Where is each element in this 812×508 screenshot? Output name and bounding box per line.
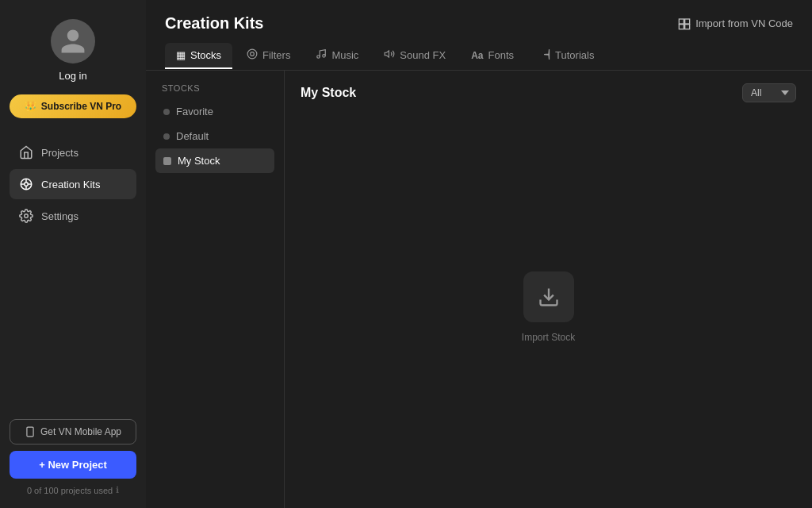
subscribe-label: Subscribe VN Pro <box>41 101 121 112</box>
import-from-code-button[interactable]: Import from VN Code <box>678 17 793 30</box>
crown-icon: 👑 <box>25 101 36 112</box>
tab-music-label: Music <box>331 49 358 61</box>
mobile-app-label: Get VN Mobile App <box>40 426 121 437</box>
projects-used: 0 of 100 projects used ℹ <box>27 485 119 495</box>
import-area: Import Stock <box>301 118 796 495</box>
sidebar-item-projects-label: Projects <box>41 147 79 159</box>
avatar <box>51 19 95 64</box>
import-from-code-label: Import from VN Code <box>695 17 793 29</box>
tab-filters-label: Filters <box>262 49 290 61</box>
music-icon <box>316 48 327 62</box>
svg-rect-11 <box>680 24 684 29</box>
tutorials-icon <box>539 48 550 62</box>
svg-rect-10 <box>685 19 690 24</box>
info-icon: ℹ <box>116 485 119 495</box>
sidebar-item-creation-kits-label: Creation Kits <box>41 179 100 190</box>
svg-point-15 <box>317 56 320 59</box>
svg-point-13 <box>247 49 257 59</box>
panel-section-title: Stocks <box>155 83 274 93</box>
panel-item-my-stock-label: My Stock <box>178 155 220 167</box>
svg-point-1 <box>25 183 29 187</box>
sidebar-bottom: Get VN Mobile App + New Project 0 of 100… <box>10 419 136 495</box>
tab-stocks[interactable]: ▦ Stocks <box>165 43 232 69</box>
import-stock-button[interactable] <box>523 271 574 322</box>
projects-used-text: 0 of 100 projects used <box>27 486 113 495</box>
mobile-app-button[interactable]: Get VN Mobile App <box>10 419 136 444</box>
svg-point-6 <box>25 214 29 218</box>
tab-sound-fx-label: Sound FX <box>400 49 446 61</box>
right-panel-title: My Stock <box>301 86 356 100</box>
tabs-bar: ▦ Stocks Filters Music <box>146 33 812 71</box>
tab-music[interactable]: Music <box>304 42 370 70</box>
page-title: Creation Kits <box>165 14 263 33</box>
new-project-label: + New Project <box>39 459 107 471</box>
panel-item-my-stock[interactable]: My Stock <box>155 148 274 173</box>
main-content: Creation Kits Import from VN Code ▦ Stoc… <box>146 0 812 508</box>
page-header: Creation Kits Import from VN Code <box>146 0 812 33</box>
fonts-icon: Aa <box>471 50 483 61</box>
panel-item-default-label: Default <box>176 130 209 142</box>
sidebar: Log in 👑 Subscribe VN Pro Projects Creat… <box>0 0 146 508</box>
new-project-button[interactable]: + New Project <box>10 451 136 479</box>
sidebar-item-settings-label: Settings <box>41 210 79 222</box>
tab-fonts[interactable]: Aa Fonts <box>460 43 525 69</box>
tab-stocks-label: Stocks <box>190 49 221 61</box>
filters-icon <box>247 48 258 62</box>
left-panel: Stocks Favorite Default My Stock <box>146 71 285 508</box>
panel-item-default[interactable]: Default <box>155 124 274 148</box>
content-area: Stocks Favorite Default My Stock My Stoc… <box>146 71 812 508</box>
favorite-dot-icon <box>163 109 170 115</box>
tab-sound-fx[interactable]: Sound FX <box>373 42 457 70</box>
svg-rect-12 <box>685 24 690 29</box>
nav-section: Projects Creation Kits Settings <box>10 137 136 419</box>
sound-fx-icon <box>384 48 395 62</box>
tab-fonts-label: Fonts <box>488 49 515 61</box>
stocks-icon: ▦ <box>176 49 186 61</box>
filter-select[interactable]: All Video Photo GIF <box>742 83 796 102</box>
my-stock-square-icon <box>163 157 171 165</box>
default-dot-icon <box>163 133 170 140</box>
svg-point-14 <box>251 52 255 56</box>
panel-item-favorite[interactable]: Favorite <box>155 99 274 124</box>
tab-filters[interactable]: Filters <box>236 42 301 70</box>
right-panel: My Stock All Video Photo GIF Import Stoc <box>285 71 812 508</box>
tab-tutorials-label: Tutorials <box>555 49 594 61</box>
right-panel-header: My Stock All Video Photo GIF <box>301 83 796 102</box>
login-label: Log in <box>59 70 86 82</box>
svg-marker-17 <box>385 51 389 57</box>
sidebar-item-projects[interactable]: Projects <box>10 137 136 167</box>
subscribe-button[interactable]: 👑 Subscribe VN Pro <box>10 94 136 118</box>
panel-item-favorite-label: Favorite <box>176 106 213 117</box>
sidebar-item-settings[interactable]: Settings <box>10 201 136 231</box>
tab-tutorials[interactable]: Tutorials <box>528 42 605 70</box>
svg-point-16 <box>323 55 326 58</box>
sidebar-item-creation-kits[interactable]: Creation Kits <box>10 169 136 199</box>
import-stock-label: Import Stock <box>522 332 575 343</box>
svg-rect-9 <box>680 19 684 24</box>
